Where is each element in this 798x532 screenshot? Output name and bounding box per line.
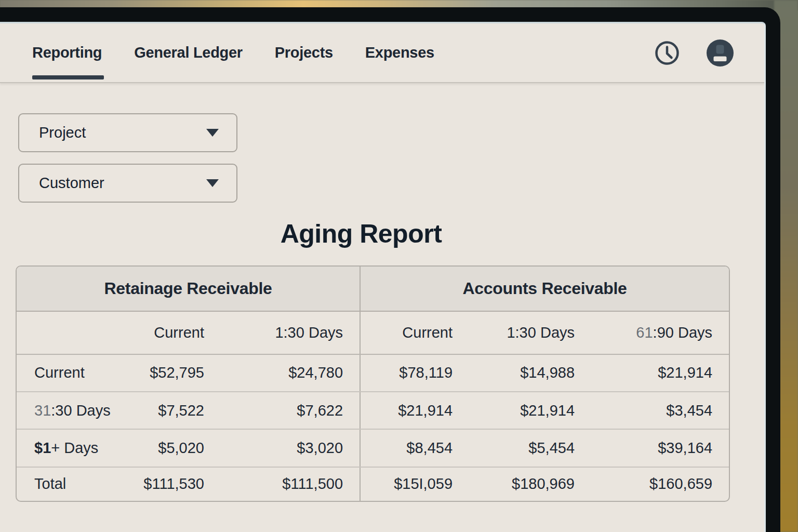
- cell-value: $3,454: [591, 392, 729, 429]
- tab-projects[interactable]: Projects: [275, 23, 333, 82]
- table-row-current: Current $52,795 $24,780 $78,119 $14,988 …: [17, 354, 729, 392]
- column-header-ar-61-90: 61:90 Days: [591, 311, 729, 354]
- cell-value: $14,988: [469, 354, 591, 392]
- group-header-retainage: Retainage Receivable: [17, 267, 360, 311]
- cell-value: $7,522: [117, 392, 221, 429]
- top-navigation: Reporting General Ledger Projects Expens…: [0, 23, 764, 83]
- account-icon[interactable]: [706, 39, 734, 67]
- table-row-31-30-days: 31:30 Days $7,522 $7,622 $21,914 $21,914…: [17, 392, 729, 429]
- tab-reporting[interactable]: Reporting: [32, 23, 102, 82]
- column-header-ar-1-30: 1:30 Days: [469, 311, 591, 354]
- project-dropdown-label: Project: [39, 124, 86, 141]
- project-dropdown[interactable]: Project: [18, 113, 237, 152]
- cell-value: $39,164: [591, 429, 729, 467]
- page-title: Aging Report: [0, 219, 722, 249]
- cell-value: $3,020: [221, 429, 360, 467]
- row-label: $1+ Days: [17, 429, 117, 467]
- tab-general-ledger[interactable]: General Ledger: [134, 23, 243, 82]
- chevron-down-icon: [206, 179, 219, 187]
- cell-value: $160,659: [591, 467, 729, 501]
- customer-dropdown[interactable]: Customer: [18, 164, 237, 203]
- cell-value: $8,454: [360, 429, 469, 467]
- chevron-down-icon: [206, 129, 219, 137]
- cell-value: $78,119: [360, 354, 469, 392]
- cell-value: $15I,059: [360, 467, 469, 501]
- cell-value: $180,969: [469, 467, 591, 501]
- table-row-1-plus-days: $1+ Days $5,020 $3,020 $8,454 $5,454 $39…: [17, 429, 729, 467]
- cell-value: $24,780: [221, 354, 360, 392]
- column-header-ret-current: Current: [117, 311, 221, 354]
- column-header-ar-current: Current: [360, 311, 469, 354]
- table-group-header-row: Retainage Receivable Accounts Receivable: [17, 267, 729, 311]
- cell-value: $21,914: [469, 392, 591, 429]
- clock-icon[interactable]: [653, 39, 681, 67]
- cell-value: $111,500: [221, 467, 360, 501]
- row-label: 31:30 Days: [17, 392, 117, 429]
- cell-value: $5,454: [469, 429, 591, 467]
- cell-value: $52,795: [117, 354, 221, 392]
- cell-value: $21,914: [591, 354, 729, 392]
- row-label: Current: [17, 354, 117, 392]
- app-screen: Reporting General Ledger Projects Expens…: [0, 22, 766, 532]
- row-label: Total: [17, 467, 117, 501]
- table-row-total: Total $111,530 $111,500 $15I,059 $180,96…: [17, 467, 729, 501]
- tab-expenses[interactable]: Expenses: [365, 23, 434, 82]
- cell-value: $5,020: [117, 429, 221, 467]
- nav-icon-group: [653, 23, 734, 82]
- table-column-header-row: Current 1:30 Days Current 1:30 Days 61:9…: [17, 311, 729, 354]
- cell-value: $21,914: [360, 392, 469, 429]
- group-header-accounts: Accounts Receivable: [360, 267, 729, 311]
- column-header-empty: [17, 311, 117, 354]
- customer-dropdown-label: Customer: [39, 175, 104, 192]
- column-header-ret-1-30: 1:30 Days: [221, 311, 360, 354]
- aging-report-table: Retainage Receivable Accounts Receivable…: [16, 265, 730, 502]
- cell-value: $7,622: [221, 392, 360, 429]
- cell-value: $111,530: [117, 467, 221, 501]
